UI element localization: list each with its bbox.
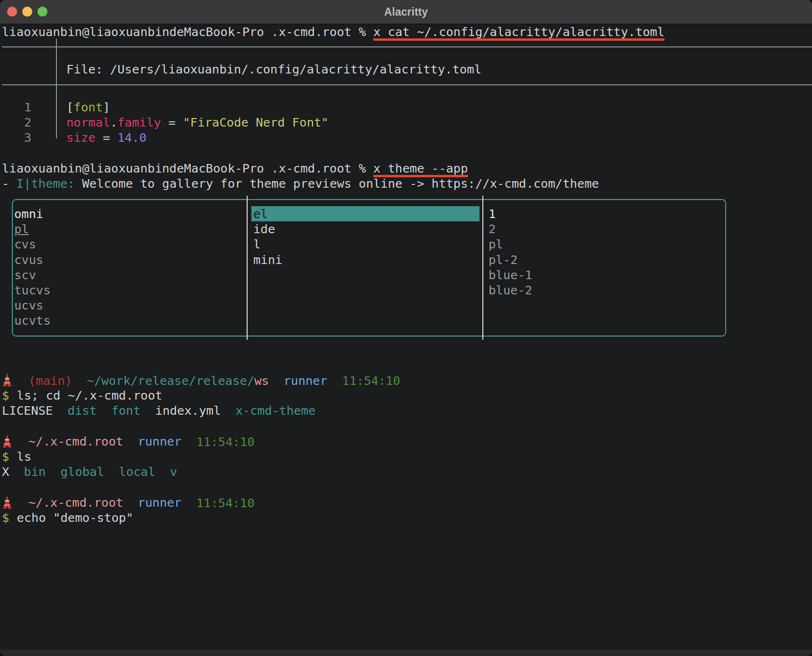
notice-text: Welcome to gallery for theme previews on…: [75, 176, 599, 191]
toml-bracket: ]: [103, 100, 110, 114]
command-cat: x cat ~/.config/alacritty/alacritty.toml: [373, 26, 664, 41]
window-title: Alacritty: [0, 0, 812, 24]
horizontal-rule: [2, 84, 812, 85]
command-ls-cd: ls; cd ~/.x-cmd.root: [17, 388, 162, 402]
dollar-sign: $: [2, 449, 9, 464]
list-item[interactable]: l: [251, 237, 480, 252]
line-number: 1: [2, 100, 31, 115]
list-item[interactable]: cvus: [14, 252, 51, 267]
dollar-sign: $: [2, 388, 9, 402]
list-item[interactable]: pl: [14, 221, 51, 237]
file-entry: index.yml: [155, 403, 221, 418]
prompt-1-prefix: liaoxuanbin@liaoxuanbindeMacBook-Pro .x-…: [2, 25, 373, 39]
prompt-line-2: liaoxuanbin@liaoxuanbindeMacBook-Pro .x-…: [0, 161, 812, 176]
list-item[interactable]: blue-1: [489, 267, 532, 282]
status-prompt-3: ~/.x-cmd.rootrunner11:54:10: [0, 495, 812, 510]
code-line-1: 1 [font]: [0, 100, 812, 115]
titlebar: Alacritty: [0, 0, 812, 24]
dir-entry: bin: [24, 465, 46, 479]
file-entry: X: [2, 465, 9, 479]
ls-output-2: Xbingloballocalv: [0, 464, 812, 479]
command-ls: ls: [17, 449, 31, 464]
timestamp: 11:54:10: [196, 495, 255, 510]
list-item[interactable]: ucvts: [14, 313, 51, 328]
theme-selector-box: omni pl cvs cvus scv tucvs ucvs ucvts el…: [12, 199, 726, 337]
file-view-rule-top: [0, 46, 812, 62]
cwd-path-tail: ws: [254, 374, 269, 388]
alacritty-window: Alacritty liaoxuanbin@liaoxuanbindeMacBo…: [0, 0, 812, 656]
horizontal-rule: [2, 46, 812, 47]
toml-equals: =: [95, 130, 117, 145]
prompt-2-prefix: liaoxuanbin@liaoxuanbindeMacBook-Pro .x-…: [2, 161, 373, 175]
list-item[interactable]: omni: [14, 206, 51, 221]
code-line-2: 2 normal.family = "FiraCode Nerd Font": [0, 115, 812, 130]
list-item[interactable]: ide: [251, 221, 480, 237]
column-separator: [482, 196, 483, 340]
file-header-line: File: /Users/liaoxuanbin/.config/alacrit…: [0, 62, 812, 77]
toml-equals: =: [161, 115, 183, 129]
command-line-ls: $ls: [0, 449, 812, 464]
list-item[interactable]: ucvs: [14, 298, 51, 313]
command-theme: x theme --app: [373, 162, 468, 177]
command-line-echo: $echo "demo-stop": [0, 510, 812, 525]
status-prompt-1: (main)~/work/release/release/wsrunner11:…: [0, 373, 812, 388]
code-line-3: 3 size = 14.0: [0, 130, 812, 145]
column-separator: [247, 196, 248, 340]
dir-entry: dist: [67, 403, 96, 418]
toml-string-value: "FiraCode Nerd Font": [183, 115, 329, 129]
toml-key: family: [117, 115, 161, 129]
context-runner: runner: [284, 374, 327, 388]
list-item[interactable]: mini: [251, 252, 480, 267]
cwd-path-head: ~/work/release/release/: [87, 374, 254, 388]
toml-number-value: 14.0: [117, 130, 146, 145]
dollar-sign: $: [2, 510, 9, 525]
toml-key: size: [66, 130, 95, 145]
theme-column-variants: el ide l mini: [251, 206, 480, 267]
status-prompt-2: ~/.x-cmd.rootrunner11:54:10: [0, 434, 812, 449]
list-item[interactable]: tucvs: [14, 282, 51, 298]
file-header: File: /Users/liaoxuanbin/.config/alacrit…: [66, 62, 481, 76]
dir-entry: font: [111, 403, 140, 418]
list-item[interactable]: blue-2: [489, 282, 532, 298]
list-item[interactable]: cvs: [14, 237, 51, 252]
command-echo: echo "demo-stop": [17, 510, 133, 525]
dir-entry: local: [119, 465, 156, 479]
context-runner: runner: [138, 495, 182, 510]
theme-column-groups: omni pl cvs cvus scv tucvs ucvs ucvts: [14, 206, 51, 328]
list-item[interactable]: pl: [489, 237, 532, 252]
toml-bracket: [: [66, 100, 74, 114]
notice-label: I|theme:: [17, 176, 75, 191]
list-item-selected[interactable]: el: [251, 206, 480, 221]
timestamp: 11:54:10: [196, 434, 255, 448]
notice-dash: -: [2, 176, 17, 191]
theme-column-styles: 1 2 pl pl-2 blue-1 blue-2: [489, 206, 532, 298]
line-number: 3: [2, 130, 31, 145]
window-bottom-edge: [0, 650, 812, 656]
theme-notice-line: - I|theme: Welcome to gallery for theme …: [0, 176, 812, 191]
prompt-line-1: liaoxuanbin@liaoxuanbindeMacBook-Pro .x-…: [0, 24, 812, 39]
list-item[interactable]: pl-2: [489, 252, 532, 267]
context-runner: runner: [138, 434, 182, 448]
dir-entry: v: [170, 465, 177, 479]
file-entry: LICENSE: [2, 403, 53, 418]
timestamp: 11:54:10: [342, 374, 400, 388]
list-item[interactable]: 2: [489, 221, 532, 237]
dir-entry: global: [60, 465, 104, 479]
cwd-path: ~/.x-cmd.root: [28, 434, 123, 448]
list-item[interactable]: 1: [489, 206, 532, 221]
toml-dot: .: [110, 115, 117, 129]
file-view-rule-mid: [0, 84, 812, 100]
ls-output-1: LICENSEdistfontindex.ymlx-cmd-theme: [0, 403, 812, 418]
terminal-content[interactable]: liaoxuanbin@liaoxuanbindeMacBook-Pro .x-…: [0, 24, 812, 656]
list-item[interactable]: scv: [14, 267, 51, 282]
cwd-path: ~/.x-cmd.root: [28, 495, 123, 510]
toml-key: normal: [66, 115, 110, 129]
toml-table-name: font: [74, 100, 102, 114]
file-view-gutter-line: [56, 39, 57, 138]
git-branch: (main): [28, 374, 72, 388]
command-line-ls-cd: $ls; cd ~/.x-cmd.root: [0, 388, 812, 403]
dir-entry: x-cmd-theme: [235, 403, 315, 418]
line-number: 2: [2, 115, 31, 130]
